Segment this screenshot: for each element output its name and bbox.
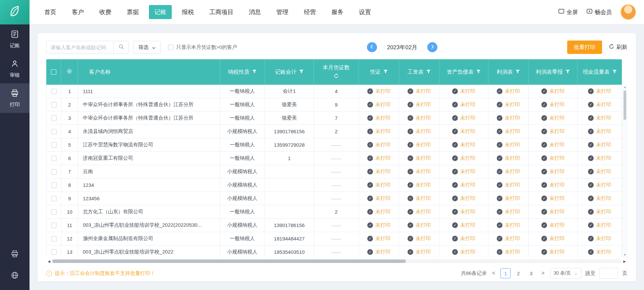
page-size-select[interactable]: 30 条/页: [550, 268, 581, 279]
filter-icon[interactable]: [566, 69, 570, 75]
only-show-checkbox[interactable]: 只显示本月凭证数>0的客户: [168, 44, 237, 51]
search-button[interactable]: [113, 41, 129, 54]
search-input[interactable]: [46, 41, 113, 54]
horizontal-scrollbar-thumb[interactable]: [52, 260, 406, 263]
row-checkbox[interactable]: [47, 112, 61, 125]
page-unit-label: 页: [622, 270, 627, 277]
nav-item-bookkeeping[interactable]: 记账: [149, 5, 172, 19]
row-checkbox[interactable]: [47, 232, 61, 245]
check-circle-icon: ✓: [541, 115, 547, 121]
filter-icon[interactable]: [299, 69, 304, 75]
col-header-cash-flow[interactable]: 现金流量表: [578, 59, 622, 85]
sidebar-item-label: 记账: [10, 43, 20, 49]
vertical-scrollbar-thumb[interactable]: [624, 90, 626, 120]
app-logo[interactable]: [0, 0, 30, 24]
col-header-income-quarterly[interactable]: 利润表季报: [529, 59, 578, 85]
horizontal-scrollbar[interactable]: ◀ ▶: [46, 259, 627, 263]
row-checkbox[interactable]: [47, 245, 61, 258]
print-status-cell: ✓未打印: [359, 138, 399, 151]
fullscreen-button[interactable]: 全屏: [558, 8, 578, 16]
row-checkbox[interactable]: [47, 98, 61, 111]
nav-item-messages[interactable]: 消息: [244, 5, 266, 19]
nav-item-tax-filing[interactable]: 报税: [176, 5, 199, 19]
check-circle-icon: ✓: [497, 209, 502, 215]
sidebar-item-bookkeeping[interactable]: 记账: [0, 24, 30, 54]
scroll-left-icon[interactable]: ◀: [46, 260, 52, 263]
check-circle-icon: ✓: [588, 115, 594, 121]
filter-icon[interactable]: [252, 69, 257, 75]
refresh-button[interactable]: 刷新: [609, 44, 627, 51]
jump-to-page-input[interactable]: [599, 268, 618, 279]
col-header-voucher[interactable]: 凭证: [359, 59, 399, 85]
page-button-3[interactable]: 3: [526, 268, 536, 278]
filter-icon[interactable]: [612, 69, 617, 75]
row-checkbox[interactable]: [47, 192, 61, 205]
customer-name-cell: 江苏中罡慧海数字物流有限公司: [78, 138, 220, 151]
nav-item-settings[interactable]: 设置: [354, 5, 376, 19]
scroll-down-icon[interactable]: ▼: [624, 253, 627, 257]
not-printed-label: 未打印: [596, 168, 611, 175]
table-row: 4永清县城内润恒商贸店小规模纳税人139017861562✓未打印✓未打印✓未打…: [47, 125, 622, 138]
select-all-checkbox[interactable]: [46, 59, 61, 85]
nav-item-home[interactable]: 首页: [39, 5, 62, 19]
filter-icon[interactable]: [383, 69, 388, 75]
row-checkbox[interactable]: [47, 178, 61, 192]
search-icon: [118, 44, 124, 51]
horizontal-scrollbar-track[interactable]: [52, 259, 622, 263]
batch-print-button[interactable]: 批量打印: [567, 41, 602, 54]
col-header-balance-sheet[interactable]: 资产负债表: [439, 59, 488, 85]
sidebar-item-audit[interactable]: 审核: [0, 54, 30, 83]
member-button[interactable]: 畅会员: [587, 8, 612, 16]
row-checkbox[interactable]: [47, 138, 61, 151]
nav-item-invoices[interactable]: 票据: [121, 5, 144, 19]
page-button-2[interactable]: 2: [513, 268, 523, 278]
column-settings-button[interactable]: [61, 59, 78, 85]
scroll-right-icon[interactable]: ▶: [622, 260, 627, 263]
col-header-income-statement[interactable]: 利润表: [488, 59, 529, 85]
row-checkbox[interactable]: [47, 152, 61, 165]
row-checkbox[interactable]: [47, 165, 61, 178]
previous-month-button[interactable]: [367, 42, 377, 52]
top-bar: 首页客户收费票据记账报税工商项目消息管理经营服务设置 全屏 畅会员: [0, 0, 644, 24]
print-status-cell: ✓未打印: [439, 205, 488, 218]
previous-page-button[interactable]: <: [491, 270, 496, 276]
check-circle-icon: ✓: [541, 142, 547, 148]
check-circle-icon: ✓: [367, 196, 373, 201]
col-header-accountant[interactable]: 记账会计: [265, 59, 314, 85]
page-button-1[interactable]: 1: [500, 268, 511, 278]
nav-item-management[interactable]: 管理: [271, 5, 294, 19]
scroll-up-icon[interactable]: ▲: [624, 86, 627, 89]
vertical-scrollbar[interactable]: ▲ ▼: [623, 85, 627, 258]
row-checkbox[interactable]: [47, 205, 61, 218]
filter-icon[interactable]: [426, 69, 431, 75]
printer-device-icon[interactable]: [11, 250, 19, 259]
accountant-cell: 骆爱美: [265, 98, 314, 111]
nav-item-operations[interactable]: 经营: [299, 5, 321, 19]
nav-item-services[interactable]: 服务: [326, 5, 349, 19]
customer-name-cell: 123456: [78, 192, 220, 205]
next-page-button[interactable]: >: [540, 270, 546, 276]
filter-dropdown[interactable]: 筛选: [133, 41, 161, 54]
filter-icon[interactable]: [516, 69, 520, 75]
row-checkbox[interactable]: [47, 85, 61, 98]
current-month-label: 2023年02月: [387, 44, 418, 51]
nav-item-fees[interactable]: 收费: [94, 5, 117, 19]
row-index: 4: [61, 125, 78, 138]
sidebar-item-print[interactable]: 打印: [0, 83, 30, 113]
checkbox-box[interactable]: [168, 45, 173, 50]
row-checkbox[interactable]: [47, 219, 61, 232]
nav-item-business-projects[interactable]: 工商项目: [204, 5, 239, 19]
row-checkbox[interactable]: [47, 125, 61, 138]
col-header-customer-name[interactable]: 客户名称: [78, 59, 220, 85]
avatar[interactable]: [621, 4, 636, 20]
nav-item-customers[interactable]: 客户: [66, 5, 89, 19]
refresh-icon[interactable]: [334, 73, 339, 80]
check-circle-icon: ✓: [497, 249, 502, 255]
print-status-cell: ✓未打印: [488, 165, 529, 178]
filter-icon[interactable]: [476, 69, 481, 75]
col-header-payroll[interactable]: 工资表: [399, 59, 439, 85]
col-header-voucher-count[interactable]: 本月凭证数: [314, 59, 359, 85]
globe-icon[interactable]: [11, 271, 19, 281]
next-month-button[interactable]: [427, 42, 437, 52]
col-header-tax-type[interactable]: 纳税性质: [220, 59, 265, 85]
